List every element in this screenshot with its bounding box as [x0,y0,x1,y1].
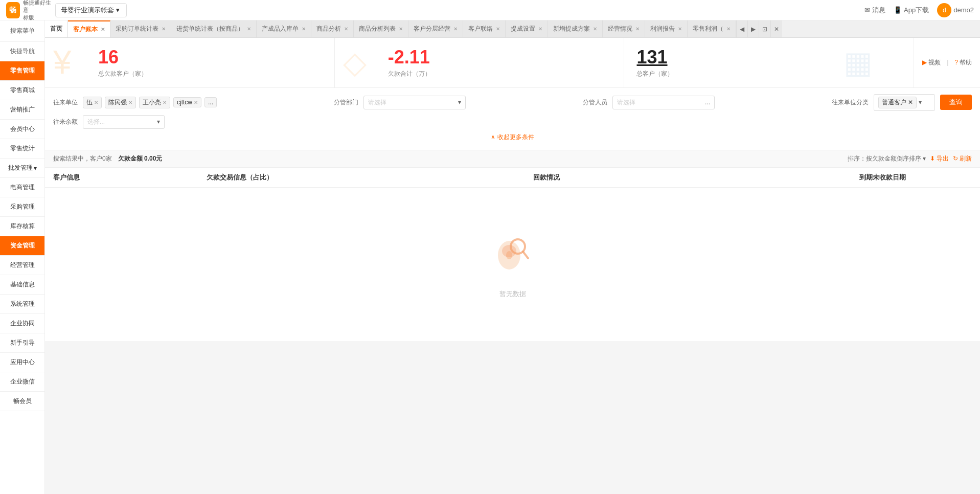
sidebar-item-wholesale[interactable]: 批发管理 ▾ [0,159,44,178]
remove-tag-chen[interactable]: ✕ [128,100,132,105]
sidebar-item-enterprise[interactable]: 企业协同 [0,314,44,333]
sidebar-item-system[interactable]: 系统管理 [0,295,44,314]
video-help-area: ▶ 视频 | ? 帮助 [914,38,980,87]
tab-customer-ledger[interactable]: 客户账本 ✕ [68,20,110,38]
stat-bg-icon-1: ¥ [53,43,72,81]
tab-close-profit-report[interactable]: ✕ [678,26,682,32]
tab-new-commission[interactable]: 新增提成方案 ✕ [548,20,603,38]
svg-point-4 [506,251,512,259]
tab-close-new-commission[interactable]: ✕ [593,26,597,32]
tab-close-goods-stats[interactable]: ✕ [247,26,251,32]
tab-close-goods-analysis-list[interactable]: ✕ [399,26,403,32]
result-bar: 搜索结果中，客户0家 欠款金额 0.00元 排序：按欠款金额倒序排序 ▾ ⬇ 导… [45,150,980,168]
filter-dept-select[interactable]: 请选择 ▾ [363,96,466,109]
tab-nav-expand[interactable]: ⊡ [759,20,770,38]
table-header-repayment: 回款情况 [533,173,860,182]
tab-close-operation[interactable]: ✕ [635,26,640,32]
tab-profit-report[interactable]: 利润报告 ✕ [645,20,688,38]
sidebar-item-member[interactable]: 会员中心 [0,120,44,139]
refresh-btn[interactable]: ↻ 刷新 [953,154,972,163]
tab-goods-stats[interactable]: 进货单统计表（按商品） ✕ [171,20,257,38]
tab-bar: 首页 客户账本 ✕ 采购订单统计表 ✕ 进货单统计表（按商品） ✕ 产成品入库单… [45,20,980,38]
query-btn[interactable]: 查询 [940,95,972,110]
sidebar-item-wechat[interactable]: 企业微信 [0,372,44,392]
collapse-btn[interactable]: ∧ 收起更多条件 [53,133,972,142]
sidebar-nav[interactable]: 快捷导航 [0,42,44,61]
sidebar-item-basic-info[interactable]: 基础信息 [0,275,44,295]
remove-tag-wang[interactable]: ✕ [163,100,167,105]
empty-illustration [490,229,536,280]
tab-close-retail-profit[interactable]: ✕ [726,26,731,32]
filter-tag-chen: 陈民强 ✕ [105,97,136,108]
stat-number-total: 131 [636,47,673,68]
filter-category-select[interactable]: 普通客户 ✕ ▾ [874,94,935,111]
tab-close-customer-layer[interactable]: ✕ [453,26,458,32]
stat-label-customers: 总欠款客户（家） [98,70,147,78]
store-selector[interactable]: 母婴行业演示帐套 ▾ [55,3,127,17]
tab-close-commission-settings[interactable]: ✕ [538,26,542,32]
sidebar-item-purchase[interactable]: 采购管理 [0,197,44,217]
help-btn[interactable]: ? 帮助 [954,58,972,67]
filter-balance-select[interactable]: 选择... ▾ [83,115,165,129]
tab-close-purchase-stats[interactable]: ✕ [162,26,166,32]
tab-nav-left[interactable]: ◀ [736,20,747,38]
top-right: ✉ 消息 📱 App下载 d demo2 [864,3,974,17]
tab-product-inbound[interactable]: 产成品入库单 ✕ [257,20,311,38]
sidebar-item-retail[interactable]: 零售管理 [0,61,44,81]
tab-customer-contact[interactable]: 客户联络 ✕ [463,20,506,38]
remove-tag-wu[interactable]: ✕ [94,100,98,105]
sidebar-search[interactable]: 搜索菜单 [0,20,44,42]
filter-tags-more[interactable]: ... [204,97,217,107]
tab-customer-layer[interactable]: 客户分层经营 ✕ [408,20,463,38]
tab-commission-settings[interactable]: 提成设置 ✕ [506,20,548,38]
tab-goods-analysis[interactable]: 商品分析 ✕ [311,20,354,38]
sidebar-item-retail-stats[interactable]: 零售统计 [0,139,44,159]
filter-person-select[interactable]: 请选择 ... [612,96,715,109]
filter-tag-cjttcw: cjttcw ✕ [173,97,201,107]
sidebar-item-inventory[interactable]: 库存核算 [0,217,44,236]
sort-icon: ▾ [923,155,926,162]
sort-select[interactable]: 排序：按欠款金额倒序排序 ▾ [848,154,926,163]
sidebar-item-vip[interactable]: 畅会员 [0,392,44,411]
logo-icon: 畅 [6,2,20,18]
sidebar-item-newbie[interactable]: 新手引导 [0,333,44,353]
stat-card-total: ▦ 131 总客户（家） [624,38,914,87]
sidebar-item-finance[interactable]: 资金管理 [0,236,44,256]
message-btn[interactable]: ✉ 消息 [864,6,885,15]
video-btn[interactable]: ▶ 视频 [922,58,941,67]
main-layout: 搜索菜单 快捷导航 零售管理 零售商城 营销推广 会员中心 零售统计 批发管理 … [0,20,980,494]
refresh-icon: ↻ [953,155,958,162]
tab-close-goods-analysis[interactable]: ✕ [344,26,348,32]
tab-operation[interactable]: 经营情况 ✕ [603,20,645,38]
app-download-btn[interactable]: 📱 App下载 [894,6,929,15]
remove-category-normal[interactable]: ✕ [908,99,913,106]
export-icon: ⬇ [930,155,935,162]
user-avatar-area[interactable]: d demo2 [937,3,974,17]
sidebar-item-mall[interactable]: 零售商城 [0,81,44,100]
app-icon: 📱 [894,6,902,14]
tab-close-all[interactable]: ✕ [770,20,782,38]
tab-close-customer-ledger[interactable]: ✕ [101,27,105,32]
sidebar-item-operation[interactable]: 经营管理 [0,256,44,275]
table-header-due-date: 到期未收款日期 [859,173,972,182]
tab-purchase-stats[interactable]: 采购订单统计表 ✕ [110,20,171,38]
sidebar-item-marketing[interactable]: 营销推广 [0,100,44,120]
filter-label-category: 往来单位分类 [832,98,869,107]
remove-tag-cjttcw[interactable]: ✕ [194,100,198,105]
filter-label-dept: 分管部门 [334,98,358,107]
table-header: 客户信息 欠款交易信息（占比） 回款情况 到期未收款日期 [45,168,980,188]
sidebar: 搜索菜单 快捷导航 零售管理 零售商城 营销推广 会员中心 零售统计 批发管理 … [0,20,45,494]
tab-nav-right[interactable]: ▶ [747,20,759,38]
avatar: d [937,3,951,17]
top-bar: 畅 畅捷通好生意标版 母婴行业演示帐套 ▾ ✉ 消息 📱 App下载 d dem… [0,0,980,20]
tab-close-product-inbound[interactable]: ✕ [302,26,306,32]
message-icon: ✉ [864,6,870,14]
sidebar-item-ecommerce[interactable]: 电商管理 [0,178,44,197]
tab-retail-profit[interactable]: 零售利润（ ✕ [688,20,736,38]
sort-area: 排序：按欠款金额倒序排序 ▾ ⬇ 导出 ↻ 刷新 [848,154,972,163]
sidebar-item-app-center[interactable]: 应用中心 [0,353,44,372]
export-btn[interactable]: ⬇ 导出 [930,154,949,163]
tab-goods-analysis-list[interactable]: 商品分析列表 ✕ [354,20,408,38]
tab-close-customer-contact[interactable]: ✕ [496,26,500,32]
tab-home[interactable]: 首页 [45,20,68,38]
